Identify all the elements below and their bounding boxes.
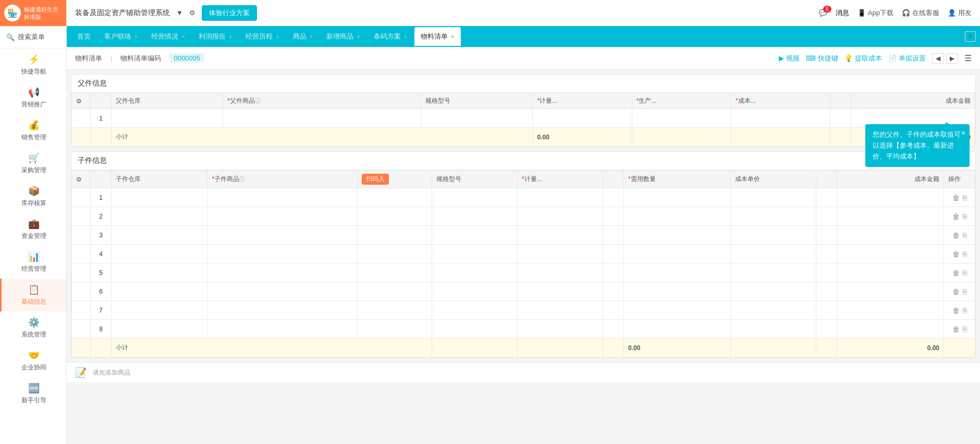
child-row-7-copy-icon[interactable]: ⎘: [963, 306, 967, 315]
child-row-2-spec[interactable]: [432, 207, 518, 226]
tab-close-history[interactable]: ×: [276, 33, 279, 40]
tooltip-close-btn[interactable]: ×: [961, 127, 965, 139]
child-row-1-warehouse[interactable]: [112, 188, 208, 207]
child-row-5-unit[interactable]: [518, 263, 603, 282]
tab-close-operations[interactable]: ×: [181, 33, 185, 40]
sidebar-item-guide[interactable]: 🆕 新手引导: [0, 377, 66, 410]
sidebar-search-area[interactable]: 🔍 搜索菜单: [0, 26, 66, 49]
sidebar-item-system[interactable]: ⚙️ 系统管理: [0, 311, 66, 344]
child-row-3-unit-price[interactable]: [731, 226, 816, 245]
tab-goods[interactable]: 商品 ×: [287, 27, 319, 46]
child-row-2-unit[interactable]: [518, 207, 603, 226]
child-row-4-copy-icon[interactable]: ⎘: [963, 250, 967, 258]
child-row-2-qty[interactable]: [624, 207, 731, 226]
tab-close-barcode[interactable]: ×: [404, 33, 407, 40]
prev-btn[interactable]: ◀: [932, 53, 944, 64]
tab-profit[interactable]: 利润报告 ×: [192, 27, 238, 46]
child-row-3-spec[interactable]: [432, 226, 518, 245]
child-row-3-warehouse[interactable]: [112, 226, 208, 245]
child-row-2-warehouse[interactable]: [112, 207, 208, 226]
child-row-3-goods[interactable]: [207, 226, 357, 245]
tab-close-profit[interactable]: ×: [229, 33, 232, 40]
tab-close-bom[interactable]: ×: [451, 33, 454, 40]
tab-bom[interactable]: 物料清单 ×: [414, 27, 460, 46]
child-row-4-unit[interactable]: [518, 245, 603, 263]
child-row-4-qty[interactable]: [624, 245, 731, 263]
child-row-6-delete-icon[interactable]: 🗑: [952, 287, 960, 296]
tab-home[interactable]: 首页: [71, 27, 97, 46]
child-row-1-qty[interactable]: [624, 188, 731, 207]
search-menu-button[interactable]: 🔍 搜索菜单: [4, 30, 62, 44]
sidebar-item-basic[interactable]: 📋 基础信息: [0, 279, 66, 311]
child-row-2-unit-price[interactable]: [731, 207, 816, 226]
child-row-8-copy-icon[interactable]: ⎘: [963, 325, 967, 333]
child-row-6-warehouse[interactable]: [112, 282, 208, 301]
cost-action[interactable]: 💡 提取成本: [844, 54, 882, 63]
child-row-6-unit[interactable]: [518, 282, 603, 301]
child-row-1-copy-icon[interactable]: ⎘: [963, 194, 967, 202]
tab-operations[interactable]: 经营情况 ×: [145, 27, 191, 46]
grid-layout-icon[interactable]: ☰: [964, 53, 972, 63]
close-all-btn[interactable]: ×: [965, 31, 976, 42]
child-row-7-goods[interactable]: [207, 301, 357, 320]
child-row-3-delete-icon[interactable]: 🗑: [952, 231, 960, 239]
parent-row-1-spec[interactable]: [421, 109, 533, 128]
child-row-8-unit[interactable]: [518, 320, 603, 339]
child-row-5-delete-icon[interactable]: 🗑: [952, 269, 960, 277]
trial-button[interactable]: 体验行业方案: [202, 5, 257, 21]
parent-row-1-cost[interactable]: [731, 109, 830, 128]
child-row-1-spec[interactable]: [432, 188, 518, 207]
tab-barcode[interactable]: 条码方案 ×: [368, 27, 413, 46]
settings-btn[interactable]: ⚙: [189, 9, 195, 17]
child-row-1-unit[interactable]: [518, 188, 603, 207]
child-row-4-warehouse[interactable]: [112, 245, 208, 263]
parent-row-1-production[interactable]: [632, 109, 731, 128]
child-row-5-copy-icon[interactable]: ⎘: [963, 269, 967, 277]
child-row-5-goods[interactable]: [207, 263, 357, 282]
dropdown-btn[interactable]: ▼: [176, 9, 183, 17]
sidebar-item-collab[interactable]: 🤝 企业协同: [0, 344, 66, 377]
child-row-1-delete-icon[interactable]: 🗑: [952, 194, 960, 202]
doc-setting-action[interactable]: 📄 单据设置: [888, 54, 926, 63]
child-row-4-delete-icon[interactable]: 🗑: [952, 250, 960, 258]
child-row-8-unit-price[interactable]: [731, 320, 816, 339]
child-row-2-goods[interactable]: [207, 207, 357, 226]
child-row-8-spec[interactable]: [432, 320, 518, 339]
child-row-5-spec[interactable]: [432, 263, 518, 282]
child-row-6-copy-icon[interactable]: ⎘: [963, 287, 967, 296]
child-row-6-qty[interactable]: [624, 282, 731, 301]
shortcut-action[interactable]: ⌨ 快捷键: [806, 54, 838, 63]
add-row-icon[interactable]: 📝: [75, 367, 87, 378]
child-row-8-qty[interactable]: [624, 320, 731, 339]
child-row-7-unit-price[interactable]: [731, 301, 816, 320]
child-row-4-spec[interactable]: [432, 245, 518, 263]
sidebar-item-inventory[interactable]: 📦 库存核算: [0, 180, 66, 213]
child-row-4-goods[interactable]: [207, 245, 357, 263]
parent-row-1-goods[interactable]: [223, 109, 421, 128]
child-row-2-copy-icon[interactable]: ⎘: [963, 212, 967, 221]
tab-close-customer[interactable]: ×: [134, 33, 138, 40]
child-row-8-warehouse[interactable]: [112, 320, 208, 339]
child-row-1-goods[interactable]: [207, 188, 357, 207]
child-row-7-unit[interactable]: [518, 301, 603, 320]
child-row-3-unit[interactable]: [518, 226, 603, 245]
view-action[interactable]: ▶ 视频: [779, 54, 800, 63]
tab-customer[interactable]: 客户联络 ×: [98, 27, 144, 46]
tab-close-add-goods[interactable]: ×: [357, 33, 360, 40]
online-service-btn[interactable]: 🎧 在线客服: [902, 8, 939, 18]
sidebar-item-ops[interactable]: 📊 经营管理: [0, 246, 66, 279]
child-row-4-unit-price[interactable]: [731, 245, 816, 263]
child-row-6-unit-price[interactable]: [731, 282, 816, 301]
sidebar-item-finance[interactable]: 💼 资金管理: [0, 213, 66, 246]
tab-add-goods[interactable]: 新增商品 ×: [320, 27, 366, 46]
sidebar-item-marketing[interactable]: 📢 营销推广: [0, 81, 66, 114]
parent-row-1-unit[interactable]: [533, 109, 632, 128]
child-row-5-warehouse[interactable]: [112, 263, 208, 282]
message-btn[interactable]: 💬 6: [819, 9, 827, 17]
child-row-3-copy-icon[interactable]: ⎘: [963, 231, 967, 239]
child-row-8-delete-icon[interactable]: 🗑: [952, 325, 960, 333]
child-row-2-delete-icon[interactable]: 🗑: [952, 212, 960, 221]
user-btn[interactable]: 👤 用友: [948, 8, 972, 18]
child-row-7-spec[interactable]: [432, 301, 518, 320]
app-download-btn[interactable]: 📱 App下载: [858, 8, 893, 18]
